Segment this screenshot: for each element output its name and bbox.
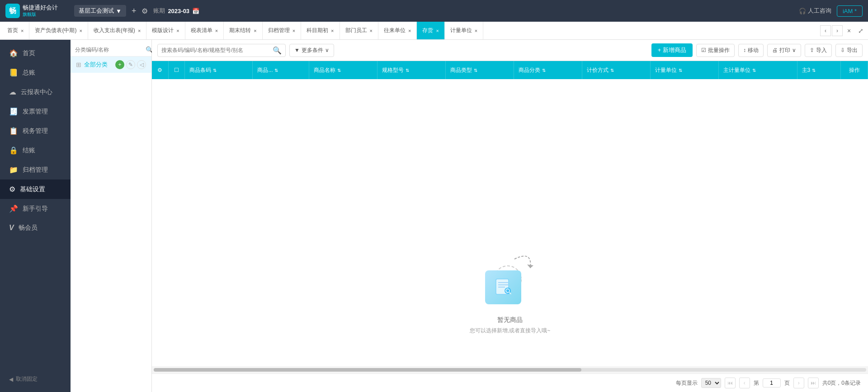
tab-close-inventory[interactable]: × xyxy=(436,28,439,33)
tab-close-archive[interactable]: × xyxy=(292,28,295,33)
sidebar-label-archive: 归档管理 xyxy=(23,166,48,174)
calendar-icon[interactable]: 📅 xyxy=(192,8,199,14)
tab-close-income[interactable]: × xyxy=(138,28,141,33)
new-product-button[interactable]: + 新增商品 xyxy=(651,43,693,57)
tab-tax[interactable]: 税表清单 × xyxy=(185,22,224,39)
search-bar-icon[interactable]: 🔍 xyxy=(273,46,282,55)
tab-archive[interactable]: 归档管理 × xyxy=(263,22,301,39)
sidebar-item-guide[interactable]: 📌 新手引导 xyxy=(0,199,71,218)
account-button[interactable]: iAM * xyxy=(837,5,863,17)
import-button[interactable]: ⇪ 导入 xyxy=(805,44,832,57)
tab-close-tax[interactable]: × xyxy=(215,28,218,33)
tab-balance[interactable]: 资产负债表(中期) × xyxy=(29,22,88,39)
guide-icon: 📌 xyxy=(9,204,18,213)
closing-icon: 🔒 xyxy=(9,146,18,155)
col-main-unit[interactable]: 主计量单位⇅ xyxy=(719,61,797,79)
tab-template[interactable]: 模版设计 × xyxy=(146,22,185,39)
tab-close-dept[interactable]: × xyxy=(370,28,373,33)
col-pricing[interactable]: 计价方式⇅ xyxy=(582,61,651,79)
empty-state: 暂无商品 您可以选择新增,或者直接导入哦~ xyxy=(152,214,868,367)
empty-title: 暂无商品 xyxy=(497,316,523,324)
prev-page-button[interactable]: ‹ xyxy=(739,378,750,388)
tax-icon: 📋 xyxy=(9,127,18,135)
tab-close-all-button[interactable]: × xyxy=(844,25,854,36)
col-type[interactable]: 商品类型⇅ xyxy=(446,61,514,79)
settings-header-icon[interactable]: ⚙ xyxy=(142,7,148,15)
last-page-button[interactable]: ⏭ xyxy=(808,378,819,388)
sidebar-item-home[interactable]: 🏠 首页 xyxy=(0,43,71,63)
sidebar-item-ledger[interactable]: 📒 总账 xyxy=(0,63,71,82)
sidebar-item-tax[interactable]: 📋 税务管理 xyxy=(0,121,71,141)
left-panel: 🔍 ⊞ 全部分类 + ✎ ◁ xyxy=(71,40,152,392)
print-button[interactable]: 🖨 打印 ∨ xyxy=(767,44,801,57)
tab-period-end[interactable]: 期末结转 × xyxy=(224,22,262,39)
tab-close-home[interactable]: × xyxy=(21,28,24,33)
page-size-label: 每页显示 xyxy=(676,379,698,387)
first-page-button[interactable]: ⏮ xyxy=(725,378,736,388)
toolbar: 🔍 ▼ 更多条件 ∨ + 新增商品 ☑ 批量操作 ↕ xyxy=(152,40,868,61)
product-search-input[interactable] xyxy=(161,47,270,53)
sidebar-item-archive[interactable]: 📁 归档管理 xyxy=(0,160,71,179)
table-area: ⚙ ☐ 商品条码⇅ 商品...⇅ 商品名称⇅ xyxy=(152,61,868,366)
col-unit[interactable]: 计量单位⇅ xyxy=(651,61,719,79)
tab-subject[interactable]: 科目期初 × xyxy=(301,22,340,39)
page-label: 页 xyxy=(784,379,790,387)
move-button[interactable]: ↕ 移动 xyxy=(738,44,764,57)
col-name[interactable]: 商品名称⇅ xyxy=(309,61,377,79)
category-search-input[interactable] xyxy=(75,47,143,53)
tab-income[interactable]: 收入支出表(年报) × xyxy=(88,22,146,39)
horizontal-scrollbar[interactable] xyxy=(152,366,868,373)
col-check[interactable]: ☐ xyxy=(168,61,184,79)
reports-icon: ☁ xyxy=(9,88,16,96)
next-page-button[interactable]: › xyxy=(793,378,804,388)
edit-category-button[interactable]: ✎ xyxy=(126,60,135,69)
tab-inventory[interactable]: 存货 × xyxy=(417,22,444,39)
ledger-icon: 📒 xyxy=(9,68,18,77)
col-config[interactable]: ⚙ xyxy=(152,61,168,79)
sidebar-item-closing[interactable]: 🔒 结账 xyxy=(0,141,71,160)
sidebar-label-ledger: 总账 xyxy=(23,69,35,77)
col-spec[interactable]: 规格型号⇅ xyxy=(377,61,446,79)
tab-next-button[interactable]: › xyxy=(832,25,843,36)
tab-expand-button[interactable]: ⤢ xyxy=(855,25,866,36)
page-size-select[interactable]: 50 xyxy=(701,378,721,388)
batch-action-button[interactable]: ☑ 批量操作 xyxy=(696,44,735,57)
svg-line-8 xyxy=(509,293,511,294)
tab-close-template[interactable]: × xyxy=(176,28,179,33)
company-selector[interactable]: 基层工会测试 ▼ xyxy=(74,5,126,17)
consult-button[interactable]: 🎧 人工咨询 xyxy=(799,7,831,15)
tab-close-partner[interactable]: × xyxy=(408,28,411,33)
tab-dept[interactable]: 部门员工 × xyxy=(340,22,378,39)
tab-close-subject[interactable]: × xyxy=(331,28,334,33)
tab-close-unit[interactable]: × xyxy=(475,28,477,33)
tab-close-balance[interactable]: × xyxy=(79,28,82,33)
tab-partner[interactable]: 往来单位 × xyxy=(378,22,417,39)
company-name: 基层工会测试 xyxy=(79,7,114,15)
col-category[interactable]: 商品分类⇅ xyxy=(514,61,582,79)
home-icon: 🏠 xyxy=(9,49,18,57)
page-number-input[interactable] xyxy=(763,378,781,387)
sidebar-label-settings: 基础设置 xyxy=(20,185,45,194)
all-categories-item[interactable]: ⊞ 全部分类 + ✎ ◁ xyxy=(71,57,151,73)
more-filter-button[interactable]: ▼ 更多条件 ∨ xyxy=(289,44,334,57)
add-tab-icon[interactable]: + xyxy=(132,6,137,16)
invoice-icon: 🧾 xyxy=(9,107,18,116)
tab-close-period-end[interactable]: × xyxy=(254,28,256,33)
export-button[interactable]: ⇩ 导出 xyxy=(835,44,863,57)
sidebar-item-reports[interactable]: ☁ 云报表中心 xyxy=(0,82,71,102)
col-extra[interactable]: 主3⇅ xyxy=(797,61,840,79)
collapse-panel-button[interactable]: ◁ xyxy=(137,60,146,69)
sidebar-item-member[interactable]: V 畅会员 xyxy=(0,218,71,237)
move-icon: ↕ xyxy=(743,47,746,53)
unpin-button[interactable]: ◀ 取消固定 xyxy=(0,370,71,388)
scrollbar-thumb[interactable] xyxy=(154,368,581,372)
sidebar-item-settings[interactable]: ⚙ 基础设置 xyxy=(0,179,71,199)
app-name: 畅捷通好会计 xyxy=(23,4,58,11)
tab-prev-button[interactable]: ‹ xyxy=(820,25,831,36)
col-barcode[interactable]: 商品条码⇅ xyxy=(184,61,253,79)
add-category-button[interactable]: + xyxy=(115,60,124,69)
tab-home[interactable]: 首页 × xyxy=(2,22,29,39)
col-code[interactable]: 商品...⇅ xyxy=(253,61,309,79)
tab-unit[interactable]: 计量单位 × xyxy=(445,22,483,39)
sidebar-item-invoice[interactable]: 🧾 发票管理 xyxy=(0,102,71,121)
